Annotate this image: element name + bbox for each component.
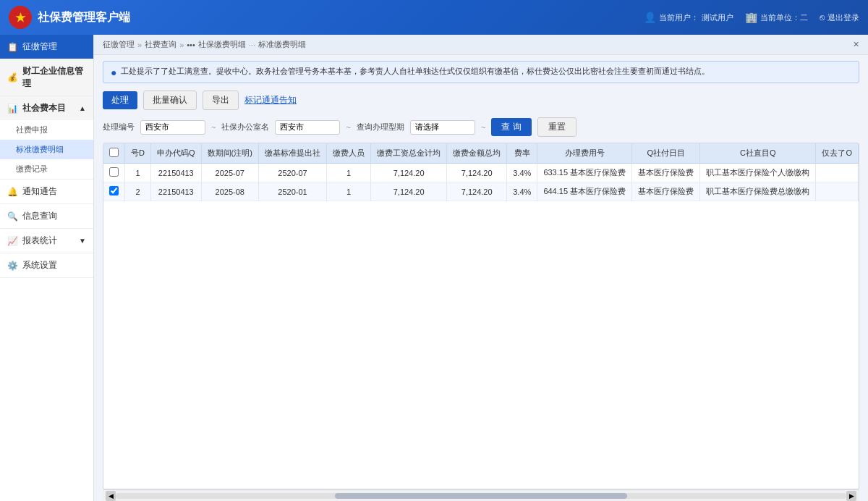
notify-link[interactable]: 标记通通告知 [244,94,297,106]
filter-sep-2: ~ [346,123,350,132]
filter-input-2[interactable] [275,120,340,135]
reset-button[interactable]: 重置 [537,117,576,137]
export-button[interactable]: 导出 [203,90,239,110]
horizontal-scrollbar[interactable]: ◀ ▶ [103,489,859,501]
row-total-fee: 7,124.20 [447,182,507,201]
sidebar-system[interactable]: ⚙️ 系统设置 [0,253,93,277]
system-icon: ⚙️ [7,261,18,271]
sidebar-section-system: ⚙️ 系统设置 [0,253,93,278]
unit-info[interactable]: 🏢 当前单位：二 [745,12,808,23]
breadcrumb-sep2: » [179,41,184,49]
info-text: 工处提示了了处工满意查。提收中心。政务社会管理号务本基本基，参考责人人自社单独达… [121,66,710,77]
close-tab-icon[interactable]: ✕ [853,40,859,49]
filter-sep-1: ~ [211,123,216,132]
row-detail-q: 职工基本医疗保险费总缴缴构 [700,182,816,201]
search-button[interactable]: 查 询 [491,118,531,136]
sidebar-sub-declaration[interactable]: 社费申报 [0,120,93,140]
user-info[interactable]: 👤 当前用户： 测试用户 [644,12,733,23]
sidebar-item-management[interactable]: 📋 征缴管理 [0,35,93,59]
row-checkbox-cell [103,164,125,182]
info-icon: ● [111,67,116,78]
row-detail-q: 职工基本医疗保险个人缴缴构 [700,164,816,182]
sidebar-query[interactable]: 🔍 信息查询 [0,204,93,228]
filter-label-3: 查询办理型期 [357,122,404,132]
toolbar: 处理 批量确认 导出 标记通通告知 [94,86,868,114]
system-label: 系统设置 [22,259,57,271]
unit-label: 当前单位：二 [760,12,808,23]
col-header-fee-amount: 办理费用号 [537,143,632,164]
breadcrumb-home[interactable]: 征缴管理 [103,39,135,50]
row-total-wage: 7,124.20 [371,182,447,201]
scroll-left-arrow[interactable]: ◀ [106,491,116,501]
query-icon: 🔍 [7,211,18,222]
breadcrumb-detail[interactable]: 社保缴费明细 [198,39,246,50]
batch-confirm-button[interactable]: 批量确认 [143,90,197,110]
row-num: 1 [125,164,151,182]
col-header-period: 数期间(注明) [201,143,258,164]
add-button[interactable]: 处理 [103,91,137,109]
scroll-right-arrow[interactable]: ▶ [846,491,856,501]
row-checkbox-1[interactable] [109,186,119,195]
sidebar: 📋 征缴管理 💰 财工企业信息管理 📊 社会费本目 ▲ 社费申报 标准缴费明细 [0,35,94,501]
user-value: 测试用户 [702,12,733,23]
row-num: 2 [125,182,151,201]
logout-label: 退出登录 [827,12,859,23]
col-header-rate: 费率 [507,143,537,164]
col-header-persons: 缴费人员 [327,143,371,164]
sidebar-section-query: 🔍 信息查询 [0,204,93,229]
col-header-detail-q: C社直目Q [700,143,816,164]
sidebar-sub-detail[interactable]: 标准缴费明细 [0,140,93,159]
table-row[interactable]: 2221504132025-082520-0117,124.207,124.20… [103,182,859,201]
user-label: 当前用户： [659,12,699,23]
stats-label: 报表统计 [22,235,57,247]
finance-label: 财工企业信息管理 [22,65,86,90]
management-icon: 📋 [7,42,18,52]
sidebar-sub-query[interactable]: 缴费记录 [0,159,93,179]
row-persons: 1 [327,164,371,182]
sidebar-section-finance: 💰 财工企业信息管理 [0,59,93,96]
sidebar-section-main: 📋 征缴管理 [0,35,93,59]
header-right-area: 👤 当前用户： 测试用户 🏢 当前单位：二 ⎋ 退出登录 [644,12,859,23]
query-nav-label: 信息查询 [22,210,57,222]
row-rate: 3.4% [507,182,537,201]
filter-input-3[interactable] [410,120,475,135]
social-arrow: ▲ [79,104,86,112]
col-header-account: 缴基标准提出社 [258,143,326,164]
row-account: 2520-07 [258,164,326,182]
sidebar-section-notice: 🔔 通知通告 [0,180,93,204]
breadcrumb-standard[interactable]: 标准缴费明细 [258,39,306,50]
row-detail-70 [816,164,859,182]
logout-button[interactable]: ⎋ 退出登录 [820,12,859,23]
declaration-label: 社费申报 [16,125,48,134]
row-period: 2025-08 [201,182,258,201]
sidebar-finance-header[interactable]: 💰 财工企业信息管理 [0,59,93,96]
select-all-checkbox[interactable] [109,148,119,157]
row-fee-amount: 644.15 基本医疗保险费 [537,182,632,201]
sidebar-social-header[interactable]: 📊 社会费本目 ▲ [0,96,93,120]
row-fee-amount: 633.15 基本医疗保险费 [537,164,632,182]
logo-area: ★ 社保费管理客户端 [9,6,130,29]
row-persons: 1 [327,182,371,201]
scroll-thumb[interactable] [335,493,627,499]
col-header-total-fee: 缴费金额总均 [447,143,507,164]
sidebar-section-stats: 📈 报表统计 ▼ [0,229,93,253]
row-total-wage: 7,124.20 [371,164,447,182]
sidebar-notice[interactable]: 🔔 通知通告 [0,180,93,203]
row-total-fee: 7,124.20 [447,164,507,182]
sidebar-stats[interactable]: 📈 报表统计 ▼ [0,229,93,253]
filter-label-2: 社保办公室名 [221,122,269,132]
breadcrumb-query[interactable]: 社费查询 [145,39,176,50]
scroll-track[interactable] [116,493,846,499]
row-code: 22150413 [150,182,201,201]
notice-icon: 🔔 [7,187,18,197]
app-title: 社保费管理客户端 [38,10,130,25]
breadcrumb-sep1: » [137,41,142,49]
table-row[interactable]: 1221504132025-072520-0717,124.207,124.20… [103,164,859,182]
row-detail-70 [816,182,859,201]
row-checkbox-0[interactable] [109,167,119,177]
finance-icon: 💰 [7,72,18,83]
filter-sep-3: ~ [481,123,485,132]
filter-label-1: 处理编号 [103,122,135,132]
filter-input-1[interactable] [140,120,205,135]
breadcrumb: 征缴管理 » 社费查询 » ••• 社保缴费明细 ··· 标准缴费明细 ✕ [94,35,868,55]
